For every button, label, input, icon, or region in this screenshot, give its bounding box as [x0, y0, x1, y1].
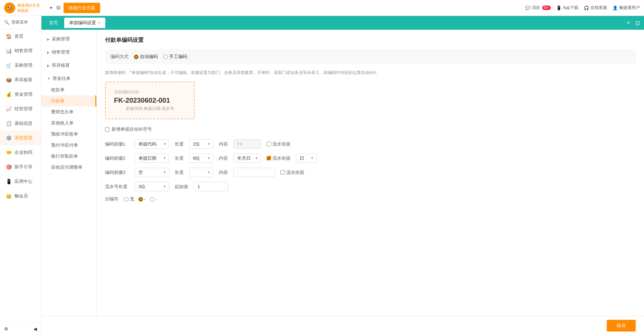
basic-icon: 📋 [6, 120, 12, 127]
sep-none-radio[interactable] [124, 197, 128, 202]
top-header: 🐝 畅捷通好生意 旗舰版 ▼ ⚙ 体验行业方案 💬 消息 99+ 📱 App下载… [0, 0, 644, 16]
sub-menu-item-receipt[interactable]: 收款单 [41, 84, 96, 95]
sidebar-item-home[interactable]: 🏠 首页 [0, 29, 41, 44]
sub-menu-item-payment[interactable]: 付款单 [41, 95, 96, 106]
sub-menu-item-bank[interactable]: 银行存取款单 [41, 151, 96, 162]
manual-code-radio[interactable] [163, 55, 168, 59]
prefix2-cycle-wrapper: 日 月 年 ▼ [296, 153, 317, 163]
prefix2-content-label: 内容 [219, 155, 228, 161]
tab-maximize-icon[interactable]: ⊡ [634, 19, 641, 27]
prefix2-serial-wrapper[interactable]: 流水依据 [267, 155, 290, 161]
app-download-item[interactable]: 📱 App下载 [556, 5, 578, 11]
separator-options: 无 · · [124, 196, 157, 202]
user-avatar: 👤 [613, 6, 618, 10]
prefix1-length-select[interactable]: 2位 3位 4位 [189, 139, 213, 149]
sub-menu-header-inventory[interactable]: ▶ 库存核算 [41, 59, 96, 71]
settings-icon[interactable]: ⚙ [56, 4, 61, 11]
sidebar-item-enterprise[interactable]: 🤝 企业协同 [0, 145, 41, 160]
home-icon: 🏠 [6, 33, 12, 39]
prefix2-select[interactable]: 单据日期 年月 年 空 [135, 153, 169, 163]
sub-menu-items-funds: 收款单 付款单 费用支出单 其他收入单 预收冲应收单 预付冲应付单 银行存取款单… [41, 84, 96, 173]
prefix2-length-select[interactable]: 6位 8位 [189, 153, 213, 163]
start-value-input[interactable] [194, 182, 228, 191]
member-icon: 👑 [6, 193, 12, 199]
message-item[interactable]: 💬 消息 99+ [525, 5, 551, 11]
online-service-item[interactable]: 🎧 在线客服 [584, 5, 607, 11]
auto-code-option[interactable]: 自动编码 [134, 54, 158, 60]
sidebar-settings-icon[interactable]: ⚙ [4, 326, 8, 332]
auto-fill-checkbox[interactable] [105, 127, 109, 132]
sidebar-bottom: ⚙ ◀ [0, 323, 41, 335]
company-dropdown[interactable]: ▼ [49, 6, 53, 10]
logo-area: 🐝 畅捷通好生意 旗舰版 [4, 2, 46, 13]
sidebar-search[interactable]: 🔍 搜索菜单 [0, 16, 41, 29]
prefix2-cycle-select[interactable]: 日 月 年 [296, 153, 317, 163]
sidebar-item-member[interactable]: 👑 畅会员 [0, 189, 41, 203]
prefix1-select[interactable]: 单据代码 部门 业务员 空 [135, 139, 169, 149]
sub-menu-item-pre-pay[interactable]: 预付冲应付单 [41, 140, 96, 151]
separator-label: 分隔符 [105, 196, 118, 202]
tab-actions: × ⊡ [625, 19, 641, 27]
sidebar-item-finance[interactable]: 💰 资金管理 [0, 87, 41, 102]
sep-none-option[interactable]: 无 [124, 196, 134, 202]
prefix2-length-wrapper: 6位 8位 ▼ [189, 153, 213, 163]
prefix2-content-wrapper: 年月日 年月 年 ▼ [233, 153, 261, 163]
tab-home[interactable]: 首页 [44, 18, 63, 28]
prefix1-serial-wrapper[interactable]: 流水依据 [267, 141, 290, 147]
sub-menu-header-funds[interactable]: ▼ 资金往来 [41, 73, 96, 84]
code-preview-sub: 单据代码-单据日期-流水号 [114, 106, 186, 112]
sidebar-item-operation[interactable]: 📈 经营管理 [0, 102, 41, 116]
save-button[interactable]: 保存 [607, 320, 636, 332]
manual-code-option[interactable]: 手工编码 [163, 54, 187, 60]
sidebar-item-inventory[interactable]: 📦 库存核算 [0, 73, 41, 87]
prefix3-select-wrapper: 空 单据代码 部门 业务员 ▼ [135, 168, 169, 177]
purchase-arrow: ▶ [47, 37, 50, 41]
sidebar-item-basic[interactable]: 📋 基础信息 [0, 116, 41, 131]
sub-menu-header-purchase[interactable]: ▶ 采购管理 [41, 33, 96, 45]
sub-menu-header-sales[interactable]: ▶ 销售管理 [41, 46, 96, 58]
serial-length-select[interactable]: 3位 4位 5位 [135, 182, 169, 191]
sep-dash-option[interactable]: · [138, 197, 146, 202]
sub-menu-item-expense[interactable]: 费用支出单 [41, 106, 96, 118]
prefix1-content-input [233, 139, 261, 149]
page-title: 付款单编码设置 [105, 37, 636, 44]
tab-close-icon[interactable]: × [98, 20, 100, 25]
sub-menu-item-pre-collect[interactable]: 预收冲应收单 [41, 129, 96, 140]
sidebar-item-sales[interactable]: 📊 销售管理 [0, 44, 41, 58]
tab-settings[interactable]: 单据编码设置 × [64, 18, 105, 28]
sidebar-item-appcenter[interactable]: 📱 应用中心 [0, 174, 41, 189]
service-icon: 🎧 [584, 6, 589, 10]
sidebar-item-system[interactable]: ⚙️ 系统管理 [0, 131, 41, 145]
sidebar-item-guide[interactable]: 🎯 新手引导 [0, 160, 41, 174]
prefix3-select[interactable]: 空 单据代码 部门 业务员 [135, 168, 169, 177]
sep-dot-option[interactable]: · [150, 197, 157, 202]
logo-icon: 🐝 [4, 2, 15, 13]
app-icon: 📱 [556, 6, 561, 10]
prefix3-serial-wrapper[interactable]: 流水依据 [280, 169, 304, 176]
prefix1-length-wrapper: 2位 3位 4位 ▼ [189, 139, 213, 149]
prefix3-length-select[interactable] [189, 168, 213, 177]
prefix3-serial-checkbox[interactable] [280, 170, 285, 175]
sep-dash-radio[interactable] [138, 197, 143, 202]
user-item[interactable]: 👤 畅捷通用户 [613, 5, 640, 11]
sub-menu-item-adjust[interactable]: 应收应付调整单 [41, 162, 96, 173]
app-layout: 🔍 搜索菜单 🏠 首页 📊 销售管理 🛒 采购管理 📦 库存核算 💰 [0, 16, 644, 335]
separator-row: 分隔符 无 · · [105, 196, 636, 202]
prefix2-serial-checkbox[interactable] [267, 156, 271, 160]
prefix2-label: 编码前缀2 [105, 155, 129, 161]
prefix3-length-wrapper: ▼ [189, 168, 213, 177]
sidebar-item-purchase[interactable]: 🛒 采购管理 [0, 58, 41, 73]
sep-dot-radio[interactable] [150, 197, 154, 202]
prefix2-content-select[interactable]: 年月日 年月 年 [233, 153, 261, 163]
sub-menu-item-other-income[interactable]: 其他收入单 [41, 118, 96, 129]
sidebar-collapse-icon[interactable]: ◀ [33, 326, 37, 332]
auto-code-radio[interactable] [134, 55, 138, 59]
enterprise-icon: 🤝 [6, 149, 12, 156]
funds-arrow: ▼ [47, 77, 50, 81]
tip-text: 新增单据时，*单据编码*自动生成，不可编辑。前缀设置为部门、业务员等档案类，开单… [105, 69, 636, 76]
trial-button[interactable]: 体验行业方案 [64, 3, 100, 13]
tab-minimize-icon[interactable]: × [625, 19, 631, 27]
serial-row: 流水号长度 3位 4位 5位 ▼ 起始值 [105, 182, 636, 191]
prefix1-serial-checkbox[interactable] [267, 142, 271, 146]
prefix3-content-input[interactable] [233, 168, 275, 177]
